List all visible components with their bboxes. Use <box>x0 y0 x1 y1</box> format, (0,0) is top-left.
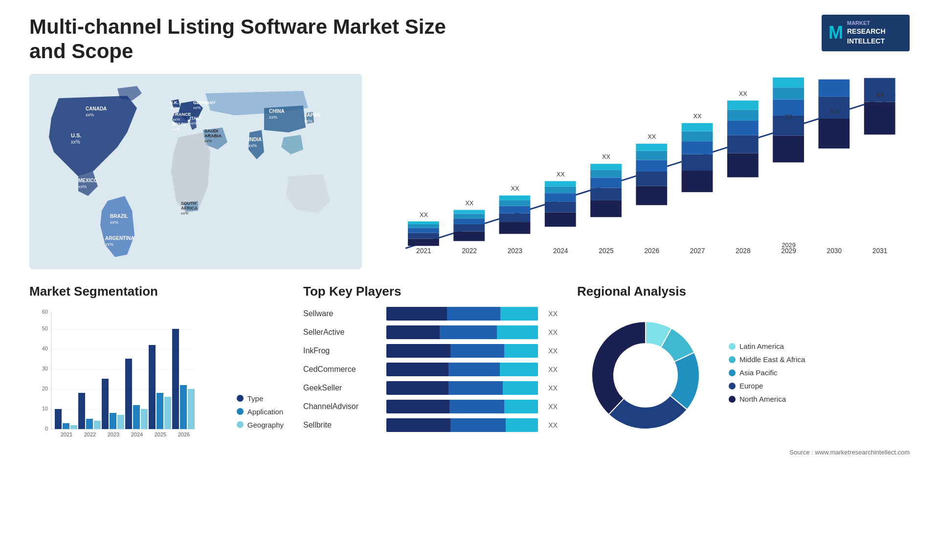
player-row: Sellware XX <box>303 307 558 321</box>
svg-text:XX: XX <box>830 108 839 115</box>
bar-seg-3 <box>497 325 538 339</box>
legend-geography: Geography <box>237 421 284 429</box>
svg-rect-77 <box>727 153 759 177</box>
regional-legend-item: Latin America <box>729 342 805 350</box>
svg-rect-47 <box>499 222 531 234</box>
svg-rect-134 <box>125 359 132 429</box>
svg-text:10: 10 <box>42 406 48 411</box>
svg-text:xx%: xx% <box>193 106 201 110</box>
player-bar <box>386 307 538 321</box>
svg-text:xx%: xx% <box>204 139 212 143</box>
svg-rect-132 <box>117 415 124 429</box>
player-row: GeekSeller XX <box>303 381 558 395</box>
seg-chart: 0 10 20 30 40 50 60 <box>29 307 227 453</box>
svg-rect-73 <box>682 141 713 154</box>
legend-dot-application <box>237 408 244 415</box>
bar-seg-2 <box>448 381 503 395</box>
bar-seg-2 <box>449 400 504 413</box>
svg-rect-63 <box>590 164 622 170</box>
svg-text:ARABIA: ARABIA <box>204 133 222 138</box>
svg-text:MEXICO: MEXICO <box>78 178 98 183</box>
legend-application: Application <box>237 408 284 416</box>
svg-text:2025: 2025 <box>599 247 614 255</box>
players-section: Top Key Players Sellware XX SellerActive… <box>303 284 558 456</box>
regional-section: Regional Analysis Latin AmericaMiddle Ea… <box>577 284 910 456</box>
svg-text:XX: XX <box>557 171 565 178</box>
svg-text:FRANCE: FRANCE <box>173 112 191 117</box>
svg-text:ITALY: ITALY <box>190 116 202 121</box>
svg-text:2024: 2024 <box>131 431 143 437</box>
player-name: Sellware <box>303 309 381 318</box>
growth-chart: XX XX XX <box>381 74 910 269</box>
regional-legend-dot <box>729 369 736 376</box>
svg-text:xx%: xx% <box>110 220 118 225</box>
player-bar <box>386 363 538 376</box>
regional-legend-label: Asia Pacific <box>739 368 778 377</box>
player-xx: XX <box>543 328 558 336</box>
segmentation-section: Market Segmentation 0 10 20 30 40 50 60 <box>29 284 284 456</box>
svg-text:2023: 2023 <box>508 247 523 255</box>
svg-text:JAPAN: JAPAN <box>304 112 320 118</box>
svg-text:SPAIN: SPAIN <box>172 122 185 127</box>
svg-text:20: 20 <box>42 386 48 391</box>
svg-rect-78 <box>727 135 759 153</box>
bar-seg-2 <box>448 363 500 376</box>
regional-legend-label: North America <box>739 395 786 403</box>
svg-rect-123 <box>63 423 69 429</box>
svg-text:2031: 2031 <box>872 247 888 255</box>
bar-seg-2 <box>450 344 504 358</box>
svg-rect-83 <box>773 135 804 162</box>
player-bar <box>386 325 538 339</box>
page: Multi-channel Listing Software Market Si… <box>0 0 939 560</box>
svg-text:2022: 2022 <box>462 247 477 255</box>
svg-text:XX: XX <box>602 153 611 160</box>
svg-text:xx%: xx% <box>170 106 177 110</box>
svg-rect-144 <box>188 389 195 429</box>
svg-rect-36 <box>408 233 439 238</box>
bar-seg-2 <box>447 307 500 321</box>
svg-rect-55 <box>545 193 576 202</box>
svg-rect-69 <box>636 144 667 151</box>
player-xx: XX <box>543 366 558 373</box>
svg-text:CHINA: CHINA <box>269 108 285 114</box>
legend-label-type: Type <box>247 394 264 403</box>
svg-text:XX: XX <box>693 112 702 120</box>
player-bar <box>386 400 538 413</box>
bar-seg-1 <box>386 325 440 339</box>
svg-text:2026: 2026 <box>644 247 659 255</box>
svg-rect-35 <box>408 238 439 246</box>
svg-rect-44 <box>453 214 485 218</box>
svg-rect-79 <box>727 121 759 135</box>
svg-text:XX: XX <box>875 91 885 99</box>
svg-rect-53 <box>545 212 576 226</box>
bar-seg-3 <box>503 381 538 395</box>
bar-seg-1 <box>386 363 448 376</box>
svg-rect-128 <box>94 421 101 429</box>
regional-legend-item: Europe <box>729 382 805 390</box>
regional-legend-dot <box>729 356 736 363</box>
bar-seg-3 <box>504 400 538 413</box>
logo-m-icon: M <box>828 21 843 45</box>
regional-legend-dot <box>729 383 736 389</box>
svg-text:XX: XX <box>784 113 793 120</box>
header: Multi-channel Listing Software Market Si… <box>29 15 910 64</box>
svg-rect-48 <box>499 213 531 222</box>
svg-text:XX: XX <box>420 211 428 218</box>
regional-legend-item: North America <box>729 395 805 403</box>
svg-rect-75 <box>682 123 713 131</box>
svg-rect-140 <box>164 397 171 429</box>
map-section: U.S. xx% CANADA xx% MEXICO xx% BRAZIL xx… <box>29 74 362 269</box>
world-map: U.S. xx% CANADA xx% MEXICO xx% BRAZIL xx… <box>29 74 362 269</box>
players-list: Sellware XX SellerActive XX InkFrog <box>303 307 558 432</box>
svg-rect-39 <box>408 221 439 224</box>
svg-rect-65 <box>636 186 667 205</box>
bar-seg-2 <box>440 325 497 339</box>
svg-text:2024: 2024 <box>553 247 568 255</box>
svg-text:XX: XX <box>739 90 748 97</box>
svg-rect-56 <box>545 186 576 193</box>
svg-rect-62 <box>590 170 622 178</box>
svg-rect-42 <box>453 224 485 232</box>
legend-type: Type <box>237 394 284 403</box>
svg-text:60: 60 <box>42 309 48 315</box>
segmentation-title: Market Segmentation <box>29 284 284 299</box>
